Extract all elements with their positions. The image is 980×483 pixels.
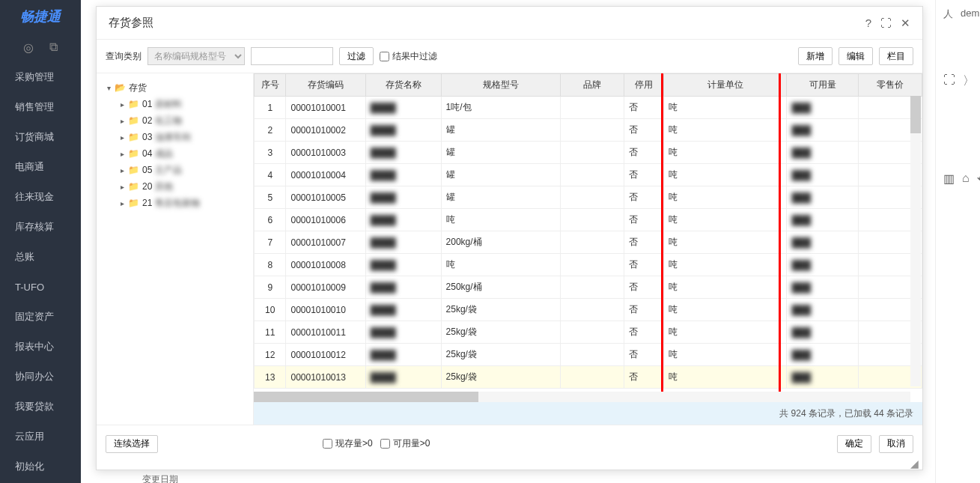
tree-root[interactable]: ▾ 📂 存货 [100, 79, 250, 96]
cell-disable: 否 [624, 119, 663, 142]
col-header-price[interactable]: 零售价 [859, 74, 922, 97]
cell-brand [560, 276, 624, 299]
add-tab-icon[interactable]: ⧉ [49, 40, 58, 55]
table-row[interactable]: 600001010006████吨否吨███ [255, 209, 922, 231]
cancel-button[interactable]: 取消 [879, 435, 913, 453]
sidebar-item-7[interactable]: T-UFO [0, 272, 81, 302]
expand-arrow-icon[interactable]: ▸ [121, 133, 128, 142]
sidebar-item-3[interactable]: 电商通 [0, 152, 81, 182]
col-header-disable[interactable]: 停用 [624, 74, 663, 97]
available-gt0-checkbox[interactable]: 可用量>0 [380, 437, 430, 450]
inventory-reference-dialog: 存货参照 ? ⛶ ✕ 查询类别 名称编码规格型号 过滤 结果中过滤 新增 编辑 … [96, 6, 923, 470]
sidebar-item-6[interactable]: 总账 [0, 242, 81, 272]
table-row[interactable]: 100001010001████1吨/包否吨███ [255, 97, 922, 119]
cell-code: 00001010007 [286, 231, 365, 254]
col-header-brand[interactable]: 品牌 [560, 74, 624, 97]
expand-icon[interactable]: ⛶ [943, 73, 955, 89]
search-category-select[interactable]: 名称编码规格型号 [147, 47, 245, 65]
table-row[interactable]: 1100001010011████25kg/袋否吨███ [255, 321, 922, 344]
sidebar-item-11[interactable]: 我要贷款 [0, 392, 81, 422]
tree-node-1[interactable]: ▸📁02 化工物 [100, 112, 250, 129]
user-icon[interactable]: 人 [943, 7, 953, 21]
table-row[interactable]: 1000001010010████25kg/袋否吨███ [255, 299, 922, 321]
home-icon[interactable]: ⌂ [962, 171, 970, 186]
sidebar-item-13[interactable]: 初始化 [0, 452, 81, 482]
tree-node-4[interactable]: ▸📁05 主产品 [100, 162, 250, 178]
cell-name: ████ [365, 344, 441, 366]
onhand-gt0-checkbox[interactable]: 现存量>0 [323, 437, 373, 450]
search-input[interactable] [251, 47, 333, 65]
expand-arrow-icon[interactable]: ▸ [121, 166, 128, 174]
tree-node-6[interactable]: ▸📁21 售后包装物 [100, 195, 250, 211]
sidebar-item-2[interactable]: 订货商城 [0, 122, 81, 152]
sidebar-item-12[interactable]: 云应用 [0, 422, 81, 452]
category-tree[interactable]: ▾ 📂 存货 ▸📁01 原材料▸📁02 化工物▸📁03 油漆车间▸📁04 成品▸… [97, 73, 254, 425]
close-icon[interactable]: ✕ [901, 16, 910, 30]
sidebar-item-10[interactable]: 协同办公 [0, 362, 81, 392]
expand-arrow-icon[interactable]: ▸ [121, 117, 128, 125]
cell-seq: 2 [255, 119, 286, 142]
expand-arrow-icon[interactable]: ▸ [121, 150, 128, 158]
help-icon[interactable]: ? [865, 16, 871, 30]
horizontal-scrollbar[interactable] [254, 392, 910, 402]
sidebar-item-0[interactable]: 采购管理 [0, 62, 81, 92]
filter-button[interactable]: 过滤 [339, 47, 374, 65]
cell-disable: 否 [624, 299, 663, 321]
edit-button[interactable]: 编辑 [839, 47, 873, 65]
horizontal-scroll-thumb[interactable] [254, 392, 478, 402]
col-header-code[interactable]: 存货编码 [286, 74, 365, 97]
vertical-scroll-thumb[interactable] [910, 96, 921, 133]
confirm-button[interactable]: 确定 [837, 435, 871, 453]
expand-arrow-icon[interactable]: ▸ [121, 100, 128, 109]
back-icon[interactable]: ↶ [977, 171, 980, 186]
table-row[interactable]: 400001010004████罐否吨███ [255, 164, 922, 186]
cell-unit: 吨 [663, 344, 787, 366]
cell-name: ████ [365, 299, 441, 321]
onhand-gt0-input[interactable] [323, 439, 332, 449]
available-gt0-input[interactable] [380, 439, 390, 449]
resize-handle[interactable]: ◢ [910, 458, 921, 468]
maximize-icon[interactable]: ⛶ [880, 16, 892, 30]
tree-node-5[interactable]: ▸📁20 其他 [100, 178, 250, 195]
filter-in-results-input[interactable] [380, 52, 389, 61]
cell-unit: 吨 [663, 97, 787, 119]
col-header-unit[interactable]: 计量单位 [663, 74, 787, 97]
cell-avail: ███ [787, 366, 859, 389]
sidebar-top-icons: ◎ ⧉ [0, 33, 81, 62]
sidebar-item-8[interactable]: 固定资产 [0, 302, 81, 332]
col-header-name[interactable]: 存货名称 [365, 74, 441, 97]
cell-spec: 吨 [441, 254, 560, 276]
col-header-seq[interactable]: 序号 [255, 74, 286, 97]
table-row[interactable]: 900001010009████250kg/桶否吨███ [255, 276, 922, 299]
inventory-table[interactable]: 序号 存货编码 存货名称 规格型号 品牌 停用 计量单位 可用量 零售价 100… [254, 73, 922, 389]
table-row[interactable]: 500001010005████罐否吨███ [255, 186, 922, 209]
sidebar-item-1[interactable]: 销售管理 [0, 92, 81, 122]
tree-node-2[interactable]: ▸📁03 油漆车间 [100, 129, 250, 145]
chart-icon[interactable]: ▥ [943, 171, 955, 186]
table-row[interactable]: 800001010008████吨否吨███ [255, 254, 922, 276]
filter-in-results-checkbox[interactable]: 结果中过滤 [380, 50, 437, 63]
table-row[interactable]: 300001010003████罐否吨███ [255, 142, 922, 164]
tree-node-3[interactable]: ▸📁04 成品 [100, 145, 250, 162]
columns-button[interactable]: 栏目 [879, 47, 913, 65]
sidebar-item-9[interactable]: 报表中心 [0, 332, 81, 362]
tree-node-0[interactable]: ▸📁01 原材料 [100, 96, 250, 112]
table-row[interactable]: 700001010007████200kg/桶否吨███ [255, 231, 922, 254]
col-header-avail[interactable]: 可用量 [787, 74, 859, 97]
collapse-arrow-icon[interactable]: ▾ [107, 84, 115, 92]
add-button[interactable]: 新增 [798, 47, 833, 65]
continuous-select-button[interactable]: 连续选择 [106, 435, 158, 453]
cell-code: 00001010013 [286, 366, 365, 389]
collapse-icon[interactable]: 〉 [963, 73, 975, 89]
vertical-scrollbar[interactable] [910, 96, 921, 386]
target-icon[interactable]: ◎ [23, 40, 34, 55]
dialog-header: 存货参照 ? ⛶ ✕ [97, 7, 922, 40]
sidebar-item-4[interactable]: 往来现金 [0, 182, 81, 212]
table-row[interactable]: 1200001010012████25kg/袋否吨███ [255, 344, 922, 366]
expand-arrow-icon[interactable]: ▸ [121, 183, 128, 191]
sidebar-item-5[interactable]: 库存核算 [0, 212, 81, 242]
table-row[interactable]: 200001010002████罐否吨███ [255, 119, 922, 142]
col-header-spec[interactable]: 规格型号 [441, 74, 560, 97]
table-row[interactable]: 1300001010013████25kg/袋否吨███ [255, 366, 922, 389]
expand-arrow-icon[interactable]: ▸ [121, 199, 128, 207]
